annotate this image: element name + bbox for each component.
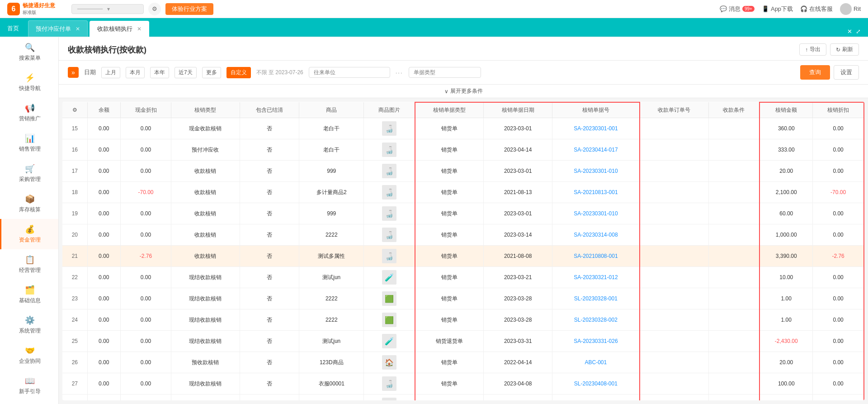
- settings-btn[interactable]: ⚙: [148, 3, 161, 15]
- sales-icon: 📊: [25, 133, 35, 143]
- bill-no-link[interactable]: SL-20230328-002: [574, 317, 618, 323]
- bill-no-link[interactable]: SA-20230414-017: [574, 147, 618, 153]
- sidebar-item-sales[interactable]: 📊 销售管理: [0, 128, 58, 158]
- cell-balance: 0.00: [87, 352, 120, 373]
- bill-no-link[interactable]: SA-20230301-010: [574, 210, 618, 217]
- date-btn-this-year[interactable]: 本年: [150, 67, 169, 78]
- bill-type-input[interactable]: [409, 67, 481, 78]
- app-download-btn[interactable]: 📱 App下载: [762, 5, 793, 13]
- col-include-settled: 包含已结清: [240, 102, 299, 118]
- cell-balance: 0.00: [87, 139, 120, 161]
- table-row: 18 0.00 -70.00 收款核销 否 多计量商品2 🍶 销货单 2021-…: [62, 182, 864, 203]
- cell-product: 2222: [299, 288, 364, 309]
- bill-no-link[interactable]: SA-20230301-001: [574, 125, 618, 132]
- cell-writeoff-type: 收款核销: [171, 203, 240, 224]
- cell-balance: 0.00: [87, 331, 120, 352]
- cell-receipt-condition: [708, 224, 760, 246]
- bill-no-link[interactable]: SA-20230331-026: [574, 338, 618, 344]
- refresh-label: 刷新: [842, 46, 853, 53]
- expand-more-btn[interactable]: ∨ 展开更多条件: [68, 86, 859, 97]
- tab-prepay-close[interactable]: ✕: [75, 26, 80, 32]
- tab-writeoff-close[interactable]: ✕: [137, 26, 142, 32]
- cell-writeoff-type: 现结收款核销: [171, 331, 240, 352]
- sidebar-item-finance[interactable]: 💰 资金管理: [0, 219, 58, 249]
- sidebar-item-marketing[interactable]: 📢 营销推广: [0, 98, 58, 128]
- message-btn[interactable]: 💬 消息 99+: [720, 5, 755, 13]
- date-btn-7days[interactable]: 近7天: [175, 67, 197, 78]
- bill-no-link[interactable]: SA-20210813-001: [574, 189, 618, 195]
- sidebar-item-inventory[interactable]: 📦 库存核算: [0, 189, 58, 219]
- filter-expand-btn[interactable]: »: [68, 67, 79, 78]
- expand-more-label: 展开更多条件: [450, 87, 483, 95]
- sidebar-label-sales: 销售管理: [19, 145, 41, 153]
- maximize-icon[interactable]: ⤢: [856, 28, 861, 35]
- cell-bill-type: 销货单: [415, 161, 484, 182]
- cell-product: 2222: [299, 224, 364, 246]
- company-selector[interactable]: ━━━━━━━━ ▾: [71, 4, 144, 14]
- cell-writeoff-amount: 360.00: [760, 118, 813, 139]
- date-btn-more[interactable]: 更多: [202, 67, 221, 78]
- tab-home[interactable]: 首页: [0, 20, 26, 37]
- sidebar-label-operations: 经营管理: [19, 266, 41, 274]
- sidebar-item-hardware[interactable]: 🖥️ 智能硬件: [0, 401, 58, 404]
- bill-no-link[interactable]: SL-20230408-001: [574, 380, 618, 387]
- bill-no-link[interactable]: SA-20230321-012: [574, 274, 618, 280]
- sidebar-item-basic[interactable]: 🗂️ 基础信息: [0, 280, 58, 310]
- cell-product: 2222: [299, 394, 364, 401]
- cell-balance: 0.00: [87, 373, 120, 394]
- date-btn-this-month[interactable]: 本月: [126, 67, 145, 78]
- cell-id: 24: [62, 309, 87, 331]
- cell-balance: 0.00: [87, 246, 120, 267]
- cell-writeoff-amount: 60.00: [760, 203, 813, 224]
- export-icon: ↑: [805, 47, 808, 53]
- col-settings[interactable]: ⚙: [62, 102, 87, 118]
- counterpart-input[interactable]: [309, 67, 390, 78]
- export-btn[interactable]: ↑ 导出: [799, 43, 826, 56]
- filter-settings-btn[interactable]: 设置: [834, 65, 859, 80]
- cell-id: 15: [62, 118, 87, 139]
- cell-include-settled: 否: [240, 139, 299, 161]
- tab-writeoff[interactable]: 收款核销执行 ✕: [90, 21, 149, 37]
- filter-bar: » 日期 上月 本月 本年 近7天 更多 自定义 不限 至 2023-07-26…: [59, 61, 868, 85]
- tab-prepay[interactable]: 预付冲应付单 ✕: [28, 20, 88, 37]
- cell-writeoff-amount: 10.00: [760, 267, 813, 288]
- bill-no-link[interactable]: ABC-001: [585, 359, 607, 366]
- bill-no-link[interactable]: SL-20230328-001: [574, 295, 618, 302]
- user-area[interactable]: Rit: [840, 3, 861, 15]
- cell-receipt-order: [640, 331, 708, 352]
- refresh-btn[interactable]: ↻ 刷新: [830, 43, 859, 56]
- sidebar-item-quick[interactable]: ⚡ 快捷导航: [0, 67, 58, 98]
- settings-gear-icon[interactable]: ⚙: [72, 107, 77, 113]
- query-btn[interactable]: 查询: [800, 65, 830, 80]
- cell-balance: 0.00: [87, 161, 120, 182]
- sidebar-item-purchase[interactable]: 🛒 采购管理: [0, 158, 58, 189]
- cell-cash-discount: 0.00: [120, 288, 171, 309]
- cell-writeoff-type: 预收款核销: [171, 352, 240, 373]
- cell-receipt-order: [640, 224, 708, 246]
- trial-btn[interactable]: 体验行业方案: [165, 3, 213, 15]
- table-row: 23 0.00 0.00 现结收款核销 否 2222 🟩 销货单 2023-03…: [62, 288, 864, 309]
- cell-receipt-condition: [708, 267, 760, 288]
- cell-bill-date: 2023-03-01: [484, 118, 552, 139]
- sidebar-item-system[interactable]: ⚙️ 系统管理: [0, 310, 58, 340]
- cell-writeoff-discount: 0.00: [813, 203, 864, 224]
- sidebar-item-guide[interactable]: 📖 新手引导: [0, 371, 58, 401]
- sidebar-item-collab[interactable]: 🤝 企业协同: [0, 340, 58, 371]
- bill-no-link[interactable]: SA-20210808-001: [574, 253, 618, 259]
- sidebar-item-operations[interactable]: 📋 经营管理: [0, 249, 58, 280]
- bill-no-link[interactable]: SA-20230314-008: [574, 232, 618, 238]
- online-service-btn[interactable]: 🎧 在线客服: [800, 5, 833, 13]
- cell-include-settled: 否: [240, 373, 299, 394]
- cell-id: 26: [62, 352, 87, 373]
- user-label: Rit: [854, 5, 861, 12]
- close-all-icon[interactable]: ✕: [847, 28, 852, 35]
- cell-cash-discount: 0.00: [120, 267, 171, 288]
- bill-no-link[interactable]: SA-20230301-010: [574, 168, 618, 174]
- sidebar-item-search[interactable]: 🔍 搜索菜单: [0, 37, 58, 67]
- tab-prepay-label: 预付冲应付单: [36, 25, 71, 33]
- date-btn-custom[interactable]: 自定义: [226, 67, 251, 78]
- cell-id: 25: [62, 331, 87, 352]
- sidebar-label-finance: 资金管理: [19, 236, 41, 244]
- date-btn-last-month[interactable]: 上月: [101, 67, 120, 78]
- cell-bill-type: 销货单: [415, 246, 484, 267]
